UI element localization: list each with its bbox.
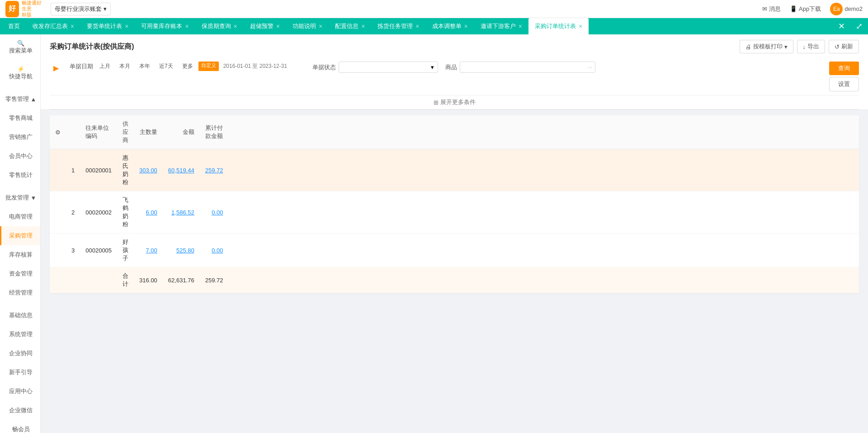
close-all-icon[interactable]: ✕ bbox=[835, 20, 849, 32]
td-rownum: 2 bbox=[66, 191, 80, 233]
user-profile[interactable]: Ea demo2 bbox=[830, 3, 863, 15]
message-icon: ✉ bbox=[762, 5, 767, 12]
td-supplier-name: 飞鹤奶粉 bbox=[117, 191, 134, 233]
td-rownum: 1 bbox=[66, 149, 80, 191]
tab-home[interactable]: 首页 bbox=[2, 18, 26, 34]
td-supplier-code: 00020002 bbox=[80, 191, 117, 233]
top-bar: 好 畅捷通好生意 标版 母婴行业演示账套 ▾ ✉ 消息 📱 App下载 Ea d… bbox=[0, 0, 868, 18]
close-icon[interactable]: × bbox=[234, 23, 237, 30]
goods-input[interactable] bbox=[460, 62, 585, 72]
tab-order-summary[interactable]: 要货单统计表 × bbox=[80, 18, 135, 34]
maximize-icon[interactable]: ⤢ bbox=[852, 20, 866, 32]
close-icon[interactable]: × bbox=[276, 23, 280, 30]
footer-paid-amount: 259.72 bbox=[200, 267, 229, 293]
account-selector[interactable]: 母婴行业演示账套 ▾ bbox=[51, 3, 111, 15]
sidebar-item-system[interactable]: 系统管理 bbox=[0, 325, 40, 344]
close-icon[interactable]: × bbox=[319, 23, 322, 30]
close-icon[interactable]: × bbox=[125, 23, 128, 30]
sidebar-item-vip[interactable]: 畅会员 bbox=[0, 420, 40, 433]
close-icon[interactable]: × bbox=[464, 23, 468, 30]
sidebar-item-retail-mall[interactable]: 零售商城 bbox=[0, 109, 40, 128]
status-select[interactable]: ▾ bbox=[339, 62, 438, 73]
sidebar-item-base-info[interactable]: 基础信息 bbox=[0, 306, 40, 325]
sidebar-item-enterprise-wechat[interactable]: 企业微信 bbox=[0, 401, 40, 420]
sidebar-item-marketing[interactable]: 营销推广 bbox=[0, 128, 40, 147]
tab-overstock-warning[interactable]: 超储预警 × bbox=[244, 18, 286, 34]
shortcut-7days[interactable]: 近7天 bbox=[156, 62, 177, 71]
chevron-down-icon: ▾ bbox=[104, 5, 107, 12]
tab-invite-downstream[interactable]: 邀请下游客户 × bbox=[474, 18, 528, 34]
sidebar-item-search[interactable]: 🔍 搜索菜单 bbox=[0, 34, 40, 60]
td-expand bbox=[50, 233, 66, 267]
export-button[interactable]: ↓ 导出 bbox=[797, 40, 826, 53]
app-download-btn[interactable]: 📱 App下载 bbox=[790, 5, 821, 13]
tab-config-info[interactable]: 配置信息 × bbox=[329, 18, 371, 34]
goods-more-icon[interactable]: ··· bbox=[585, 64, 595, 71]
shortcut-more[interactable]: 更多 bbox=[179, 62, 197, 71]
close-icon[interactable]: × bbox=[519, 23, 522, 30]
table-row: 2 00020002 飞鹤奶粉 6.00 1,586.52 0.00 bbox=[50, 191, 859, 233]
shortcut-this-month[interactable]: 本月 bbox=[116, 62, 134, 71]
message-btn[interactable]: ✉ 消息 bbox=[762, 5, 781, 13]
chevron-down-icon: ⊞ bbox=[434, 99, 439, 106]
close-icon[interactable]: × bbox=[579, 23, 582, 30]
print-icon: 🖨 bbox=[745, 43, 751, 50]
page-header: 采购订单统计表(按供应商) 🖨 按模板打印 ▾ ↓ 导出 ↺ 刷新 bbox=[41, 34, 868, 110]
export-icon: ↓ bbox=[803, 43, 806, 50]
td-quantity: 7.00 bbox=[134, 233, 163, 267]
tab-receive-summary[interactable]: 收发存汇总表 × bbox=[26, 18, 80, 34]
th-amount: 金额 bbox=[163, 115, 200, 149]
tab-pick-task[interactable]: 拣货任务管理 × bbox=[371, 18, 425, 34]
close-icon[interactable]: × bbox=[185, 23, 189, 30]
shortcut-last-month[interactable]: 上月 bbox=[96, 62, 114, 71]
th-extra bbox=[228, 115, 859, 149]
th-rownum bbox=[66, 115, 80, 149]
close-icon[interactable]: × bbox=[361, 23, 365, 30]
th-supplier-name: 供应商 bbox=[117, 115, 134, 149]
sidebar-item-ecommerce[interactable]: 电商管理 bbox=[0, 207, 40, 226]
th-supplier-code: 往来单位编码 bbox=[80, 115, 117, 149]
th-paid-amount: 累计付款金额 bbox=[200, 115, 229, 149]
tab-function-desc[interactable]: 功能说明 × bbox=[286, 18, 329, 34]
sidebar-item-operation[interactable]: 经营管理 bbox=[0, 283, 40, 302]
sidebar-item-retail-stats[interactable]: 零售统计 bbox=[0, 166, 40, 185]
status-filter: 单据状态 ▾ bbox=[312, 62, 438, 73]
gear-icon[interactable]: ⚙ bbox=[55, 129, 61, 136]
expand-more-button[interactable]: ⊞ 展开更多条件 bbox=[434, 98, 476, 106]
table-area: ⚙ 往来单位编码 供应商 主数量 金额 累计付款金额 1 bbox=[41, 110, 868, 433]
sidebar-item-purchase[interactable]: 采购管理 bbox=[0, 226, 40, 245]
shortcut-this-year[interactable]: 本年 bbox=[136, 62, 154, 71]
sidebar-item-fund-mgmt[interactable]: 资金管理 bbox=[0, 264, 40, 283]
tab-cost-adjust[interactable]: 成本调整单 × bbox=[426, 18, 474, 34]
tab-purchase-order-summary[interactable]: 采购订单统计表 × bbox=[528, 18, 589, 34]
close-icon[interactable]: × bbox=[415, 23, 419, 30]
close-icon[interactable]: × bbox=[71, 23, 74, 30]
refresh-button[interactable]: ↺ 刷新 bbox=[829, 40, 859, 53]
sidebar-item-app-center[interactable]: 应用中心 bbox=[0, 382, 40, 401]
sidebar-item-enterprise[interactable]: 企业协同 bbox=[0, 344, 40, 363]
custom-badge: 自定义 bbox=[198, 62, 219, 71]
sidebar-item-stock-check[interactable]: 库存核算 bbox=[0, 245, 40, 264]
sidebar-item-new-guide[interactable]: 新手引导 bbox=[0, 363, 40, 382]
nav-close-all: ✕ ⤢ bbox=[835, 20, 866, 32]
settings-button[interactable]: 设置 bbox=[829, 77, 859, 91]
refresh-icon: ↺ bbox=[835, 43, 840, 50]
sidebar-item-member[interactable]: 会员中心 bbox=[0, 147, 40, 166]
filter-expand-arrow[interactable]: ▶ bbox=[50, 62, 62, 74]
footer-quantity: 316.00 bbox=[134, 267, 163, 293]
main-layout: 🔍 搜索菜单 ⚡ 快捷导航 零售管理 ▲ 零售商城 营销推广 会员中心 零售统计… bbox=[0, 34, 868, 433]
main-content: 采购订单统计表(按供应商) 🖨 按模板打印 ▾ ↓ 导出 ↺ 刷新 bbox=[41, 34, 868, 433]
template-print-button[interactable]: 🖨 按模板打印 ▾ bbox=[740, 40, 793, 53]
sidebar: 🔍 搜索菜单 ⚡ 快捷导航 零售管理 ▲ 零售商城 营销推广 会员中心 零售统计… bbox=[0, 34, 41, 433]
query-button[interactable]: 查询 bbox=[829, 62, 859, 75]
sidebar-item-retail[interactable]: 零售管理 ▲ bbox=[0, 90, 40, 109]
chevron-down-icon: ▼ bbox=[31, 195, 37, 201]
tab-stock-account[interactable]: 可用量库存账本 × bbox=[135, 18, 195, 34]
date-range-display: 2016-01-01 至 2023-12-31 bbox=[223, 62, 287, 70]
tab-warranty-query[interactable]: 保质期查询 × bbox=[195, 18, 244, 34]
td-paid-amount: 0.00 bbox=[200, 191, 229, 233]
td-amount: 60,519.44 bbox=[163, 149, 200, 191]
sidebar-item-batch-mgmt[interactable]: 批发管理 ▼ bbox=[0, 188, 40, 207]
sidebar-item-quick-nav[interactable]: ⚡ 快捷导航 bbox=[0, 60, 40, 86]
table-footer-row: 合计 316.00 62,631.76 259.72 bbox=[50, 267, 859, 293]
